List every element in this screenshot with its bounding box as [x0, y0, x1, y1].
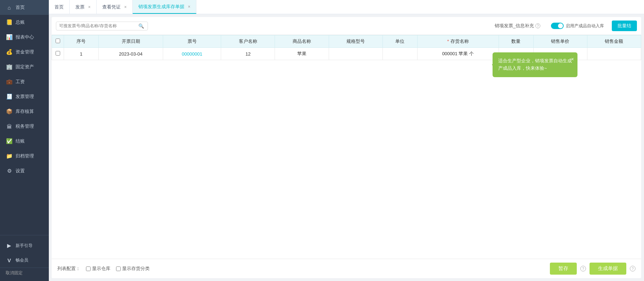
cell-customer: 12: [221, 48, 275, 60]
show-inventory-category-option[interactable]: 显示存货分类: [116, 265, 150, 272]
tab-cancel-invoice-label: 销项发票生成库存单据: [138, 4, 184, 10]
main-area: 首页 发票 × 查看凭证 × 销项发票生成库存单据 × 🔍 销项发票_信息补充 …: [49, 0, 644, 281]
save-help-icon[interactable]: ?: [580, 266, 586, 271]
sidebar-item-label: 总账: [16, 19, 25, 25]
tooltip-popup: × 适合生产型企业，销项发票自动生成产成品入库，快来体验~: [493, 52, 577, 77]
info-help-icon[interactable]: ?: [535, 23, 540, 28]
search-box[interactable]: 🔍: [56, 22, 148, 30]
cell-product: 苹果: [275, 48, 329, 60]
info-label: 销项发票_信息补充 ?: [495, 23, 540, 29]
sidebar-item-settings[interactable]: ⚙ 设置: [0, 164, 49, 178]
toggle-wrapper: 启用产成品自动入库: [551, 23, 604, 29]
assets-icon: 🏢: [6, 64, 13, 70]
show-inventory-category-label: 显示存货分类: [122, 265, 150, 272]
cell-spec: [329, 48, 383, 60]
toolbar: 🔍 销项发票_信息补充 ? 启用产成品自动入库 批量结: [52, 17, 641, 35]
header-spec: 规格型号: [329, 35, 383, 48]
sidebar-item-label: 发票管理: [16, 93, 34, 100]
header-inventory: 存货名称: [417, 35, 499, 48]
sidebar-item-payroll[interactable]: 💼 工资: [0, 74, 49, 89]
header-seq: 序号: [64, 35, 99, 48]
auto-warehousing-toggle[interactable]: [551, 23, 564, 29]
funds-icon: 💰: [6, 49, 13, 55]
tax-icon: 🏛: [6, 124, 13, 130]
search-icon[interactable]: 🔍: [138, 23, 144, 29]
header-date: 开票日期: [98, 35, 163, 48]
select-all-checkbox[interactable]: [56, 39, 60, 43]
sidebar-item-general-ledger[interactable]: 📒 总账: [0, 15, 49, 30]
show-inventory-category-checkbox[interactable]: [116, 266, 121, 271]
ticket-no-link[interactable]: 00000001: [182, 51, 202, 57]
tab-cancel-invoice[interactable]: 销项发票生成库存单据 ×: [133, 0, 196, 14]
tooltip-close-button[interactable]: ×: [571, 55, 574, 63]
sidebar-item-home[interactable]: ⌂ 首页: [0, 0, 49, 15]
bottom-actions: 暂存 ? 生成单据 ?: [550, 263, 636, 275]
content-area: 🔍 销项发票_信息补充 ? 启用产成品自动入库 批量结: [52, 17, 641, 278]
sidebar-item-label: 归档管理: [16, 153, 34, 159]
sidebar-bottom: ▶ 新手引导 V 畅会员 取消固定: [0, 235, 49, 281]
header-quantity: 数量: [499, 35, 533, 48]
sidebar-item-label: 工资: [16, 79, 25, 85]
show-warehouse-checkbox[interactable]: [86, 266, 91, 271]
header-amount: 销售金额: [587, 35, 641, 48]
sidebar-item-member[interactable]: V 畅会员: [0, 253, 49, 268]
guide-icon: ▶: [6, 242, 13, 249]
header-ticket-no: 票号: [163, 35, 221, 48]
list-config-label: 列表配置：: [57, 265, 80, 272]
tab-invoice-close[interactable]: ×: [88, 5, 91, 10]
archive-icon: 📁: [6, 153, 13, 159]
info-text: 销项发票_信息补充: [495, 23, 534, 29]
member-icon: V: [6, 257, 13, 263]
home-icon: ⌂: [6, 5, 13, 11]
reports-icon: 📊: [6, 34, 13, 40]
save-button[interactable]: 暂存: [550, 263, 577, 275]
cell-inventory: 000001 苹果 个: [417, 48, 499, 60]
toggle-label: 启用产成品自动入库: [566, 23, 604, 29]
cell-ticket-no: 00000001: [163, 48, 221, 60]
sidebar-item-inventory[interactable]: 📦 库存核算: [0, 104, 49, 119]
sidebar-item-label: 库存核算: [16, 108, 34, 115]
ledger-icon: 📒: [6, 19, 13, 25]
sidebar-item-archive-mgmt[interactable]: 📁 归档管理: [0, 149, 49, 164]
sidebar-item-reports[interactable]: 📊 报表中心: [0, 30, 49, 45]
tab-invoice-label: 发票: [75, 4, 85, 10]
payroll-icon: 💼: [6, 79, 13, 85]
batch-button[interactable]: 批量结: [612, 21, 637, 31]
cell-seq: 1: [64, 48, 99, 60]
sidebar-item-tax-mgmt[interactable]: 🏛 税务管理: [0, 119, 49, 134]
header-checkbox-cell: [52, 35, 64, 48]
tab-voucher[interactable]: 查看凭证 ×: [97, 0, 133, 14]
sidebar: ⌂ 首页 📒 总账 📊 报表中心 💰 资金管理 🏢 固定资产 💼 工资 🧾 发票…: [0, 0, 49, 281]
sidebar-item-invoice-mgmt[interactable]: 🧾 发票管理: [0, 89, 49, 104]
show-warehouse-label: 显示仓库: [92, 265, 110, 272]
header-unit: 单位: [383, 35, 417, 48]
tab-voucher-label: 查看凭证: [102, 4, 121, 10]
undo-fixed[interactable]: 取消固定: [0, 268, 49, 278]
tab-voucher-close[interactable]: ×: [124, 5, 127, 10]
undo-fixed-label: 取消固定: [6, 270, 23, 276]
tab-home[interactable]: 首页: [49, 0, 70, 14]
generate-button[interactable]: 生成单据: [590, 263, 626, 275]
sidebar-item-funds[interactable]: 💰 资金管理: [0, 45, 49, 59]
table-header-row: 序号 开票日期 票号 客户名称 商品名称 规格型号 单位 存货名称 数量 销售单…: [52, 35, 641, 48]
search-input[interactable]: [59, 23, 137, 28]
sidebar-item-label: 税务管理: [16, 123, 34, 130]
header-customer: 客户名称: [221, 35, 275, 48]
sidebar-item-settlement[interactable]: ✅ 结账: [0, 134, 49, 149]
row-checkbox[interactable]: [56, 51, 60, 56]
tab-invoice[interactable]: 发票 ×: [70, 0, 97, 14]
settlement-icon: ✅: [6, 138, 13, 144]
sidebar-item-fixed-assets[interactable]: 🏢 固定资产: [0, 59, 49, 74]
row-checkbox-cell: [52, 48, 64, 60]
invoice-icon: 🧾: [6, 93, 13, 100]
sidebar-item-label: 报表中心: [16, 34, 34, 40]
sidebar-item-label: 结账: [16, 138, 25, 144]
inventory-icon: 📦: [6, 108, 13, 115]
tab-cancel-invoice-close[interactable]: ×: [188, 4, 190, 9]
generate-help-icon[interactable]: ?: [630, 266, 636, 271]
cell-amount: [587, 48, 641, 60]
sidebar-item-label: 畅会员: [16, 257, 28, 263]
show-warehouse-option[interactable]: 显示仓库: [86, 265, 110, 272]
sidebar-item-label: 资金管理: [16, 49, 34, 55]
sidebar-item-new-user-guide[interactable]: ▶ 新手引导: [0, 238, 49, 253]
